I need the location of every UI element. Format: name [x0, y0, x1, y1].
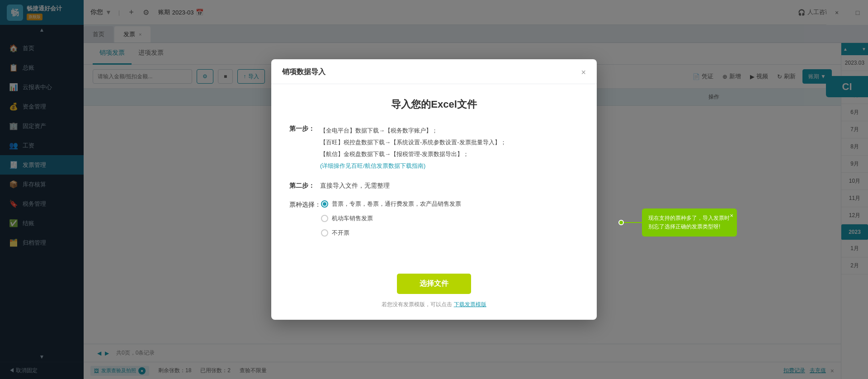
step1-line1: 【全电平台】数据下载→【税务数字账户】； [320, 125, 506, 137]
step1-link[interactable]: (详细操作见百旺/航信发票数据下载指南) [320, 160, 506, 172]
step1-line2: 【百旺】税控盘数据下载→【系统设置-系统参数设置-发票批量导入】； [320, 137, 506, 148]
radio-label-0: 普票，专票，卷票，通行费发票，农产品销售发票 [332, 200, 461, 208]
radio-item-2[interactable]: 不开票 [321, 229, 461, 237]
radio-label-1: 机动车销售发票 [332, 214, 373, 223]
modal-title: 销项数据导入 [282, 67, 326, 77]
modal-body: 导入您的Excel文件 第一步： 【全电平台】数据下载→【税务数字账户】； 【百… [271, 84, 597, 271]
modal-overlay[interactable]: 销项数据导入 × 导入您的Excel文件 第一步： 【全电平台】数据下载→【税务… [0, 0, 868, 379]
tooltip-close-btn[interactable]: × [730, 211, 733, 221]
step2-text: 直接导入文件，无需整理 [320, 182, 390, 190]
modal-step2: 第二步： 直接导入文件，无需整理 [289, 182, 579, 190]
step1-label: 第一步： [289, 125, 315, 133]
radio-circle-2[interactable] [321, 229, 328, 237]
tooltip-line [624, 222, 642, 223]
modal-main-title: 导入您的Excel文件 [289, 98, 579, 111]
modal: 销项数据导入 × 导入您的Excel文件 第一步： 【全电平台】数据下载→【税务… [271, 59, 597, 320]
step1-line3: 【航信】金税盘数据下载→【报税管理-发票数据导出】； [320, 148, 506, 160]
step1-content: 【全电平台】数据下载→【税务数字账户】； 【百旺】税控盘数据下载→【系统设置-系… [320, 125, 506, 172]
modal-header: 销项数据导入 × [271, 59, 597, 84]
step2-label: 第二步： [289, 182, 315, 190]
ticket-label: 票种选择： [289, 200, 321, 209]
radio-label-2: 不开票 [332, 229, 349, 237]
footer-note-row: 若您没有发票模版，可以点击 下载发票模版 [382, 301, 486, 308]
select-file-button[interactable]: 选择文件 [397, 274, 471, 294]
tooltip-text: 现在支持的票种多了，导入发票时别忘了选择正确的发票类型呀! [648, 215, 730, 230]
modal-footer: 选择文件 若您没有发票模版，可以点击 下载发票模版 [271, 271, 597, 320]
download-template-link[interactable]: 下载发票模版 [454, 301, 486, 308]
radio-item-0[interactable]: 普票，专票，卷票，通行费发票，农产品销售发票 [321, 200, 461, 208]
modal-close-btn[interactable]: × [581, 68, 586, 76]
tooltip-container: × 现在支持的票种多了，导入发票时别忘了选择正确的发票类型呀! [618, 208, 737, 237]
radio-circle-0[interactable] [321, 200, 328, 208]
radio-circle-1[interactable] [321, 215, 328, 222]
modal-step1: 第一步： 【全电平台】数据下载→【税务数字账户】； 【百旺】税控盘数据下载→【系… [289, 125, 579, 172]
ticket-select-row: 票种选择： 普票，专票，卷票，通行费发票，农产品销售发票 机动车销售发票 不开票 [289, 200, 579, 250]
footer-note-text: 若您没有发票模版，可以点击 [382, 301, 452, 308]
tooltip-balloon: × 现在支持的票种多了，导入发票时别忘了选择正确的发票类型呀! [642, 208, 737, 237]
tooltip-dot [618, 220, 624, 225]
radio-item-1[interactable]: 机动车销售发票 [321, 214, 461, 223]
step1-link-anchor[interactable]: (详细操作见百旺/航信发票数据下载指南) [320, 162, 425, 169]
radio-group: 普票，专票，卷票，通行费发票，农产品销售发票 机动车销售发票 不开票 [321, 200, 461, 237]
